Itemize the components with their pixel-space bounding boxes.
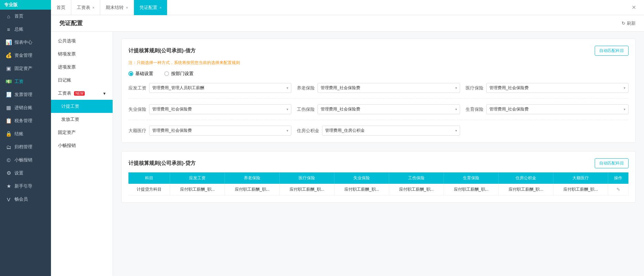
form-item-yanglao: 养老保险 管理费用_社会保险费 ▾ [297,83,460,93]
nav-label-sales-invoice: 销项发票 [58,51,76,57]
form-item-gongshang: 工伤保险 管理费用_社会保险费 ▾ [297,104,460,114]
debit-auto-match-button[interactable]: 自动匹配科目 [595,46,629,56]
nav-label-calc-salary: 计提工资 [61,104,79,109]
sidebar-label-xiaochang: 小畅报销 [14,157,32,163]
daeyiliao-val: 应付职工薪酬_职... [563,187,598,192]
sidebar-item-invoice[interactable]: 🧾 发票管理 [0,88,51,101]
nav-item-calc-salary[interactable]: 计提工资 [51,100,113,113]
credit-section: 计提核算规则(公司承担)-贷方 自动匹配科目 科目 应发工资 养老保险 医疗保险… [121,151,636,203]
gongshang-val: 应付职工薪酬_职... [399,187,434,192]
settings-icon: ⚙ [6,170,12,176]
sidebar-item-settings[interactable]: ⚙ 设置 [0,167,51,180]
cell-shengyu: 应付职工薪酬_职... [444,184,499,195]
sidebar-item-archive[interactable]: 🗂 归档管理 [0,140,51,153]
tab-period-close[interactable]: 期末结转 × [100,0,134,15]
label-yanglao: 养老保险 [297,85,315,91]
tax-icon: 📋 [6,118,12,124]
yiliao-val: 应付职工薪酬_职... [290,187,324,192]
sidebar-label-salary: 工资 [14,78,23,85]
left-nav: 公共选项 销项发票 进项发票 日记账 工资表 NEW ▾ 计提工资 [51,32,113,276]
tab-home[interactable]: 首页 [51,0,71,15]
sidebar-item-member[interactable]: V 畅会员 [0,193,51,206]
nav-label-fixed-assets: 固定资产 [58,129,76,136]
sidebar-item-ledger[interactable]: ≡ 总账 [0,23,51,36]
select-yingfa[interactable]: 管理费用_管理人员职工薪酬 ▾ [149,83,291,93]
nav-item-xiaochangbx[interactable]: 小畅报销 [51,139,113,152]
sidebar-item-reports[interactable]: 📊 报表中心 [0,36,51,49]
tab-salary-table-label: 工资表 [77,4,90,11]
cell-subject: 计提贷方科目 [128,184,170,195]
sidebar-label-ledger: 总账 [14,26,23,32]
select-gongjijin[interactable]: 管理费用_住房公积金 ▾ [322,126,460,136]
select-gongshang-text: 管理费用_社会保险费 [321,106,360,112]
window-close-button[interactable]: ✕ [629,3,638,12]
select-yanglao[interactable]: 管理费用_社会保险费 ▾ [318,83,460,93]
tab-salary-table-close[interactable]: × [92,6,94,10]
nav-item-fixed-assets[interactable]: 固定资产 [51,126,113,139]
col-action: 操作 [608,172,629,184]
form-item-gongjijin: 住房公积金 管理费用_住房公积金 ▾ [297,126,460,136]
reports-icon: 📊 [6,39,12,45]
radio-basic[interactable]: 基础设置 [128,71,153,77]
main-panel: 计提核算规则(公司承担)-借方 自动匹配科目 注：只能选择一种方式，系统将按照您… [113,32,644,276]
credit-table: 科目 应发工资 养老保险 医疗保险 失业保险 工伤保险 生育保险 住房公积金 大… [128,172,629,195]
col-subject: 科目 [128,172,170,184]
tab-salary-table[interactable]: 工资表 × [71,0,100,15]
col-gongjijin: 住房公积金 [499,172,553,184]
assets-icon: ▣ [6,65,12,72]
select-yiliao[interactable]: 管理费用_社会保险费 ▾ [486,83,629,93]
select-yanglao-text: 管理费用_社会保险费 [321,85,360,91]
cell-action[interactable]: ✎ [608,184,629,195]
nav-item-salary-table[interactable]: 工资表 NEW ▾ [51,87,113,100]
divider1 [128,98,629,99]
sidebar-label-settings: 设置 [14,170,23,176]
tab-home-label: 首页 [56,4,65,11]
tab-voucher-config-close[interactable]: × [159,6,162,10]
sidebar-item-salary[interactable]: 💵 工资 [0,75,51,88]
select-gongshang-arrow: ▾ [455,107,457,111]
nav-item-pay-salary[interactable]: 发放工资 [51,113,113,126]
tab-period-close-close[interactable]: × [126,6,128,10]
nav-label-purchase-invoice: 进项发票 [58,64,76,70]
yanglao-val: 应付职工薪酬_职... [235,187,270,192]
credit-section-title: 计提核算规则(公司承担)-贷方 [128,160,196,167]
topbar-right: ✕ [629,3,644,12]
refresh-button[interactable]: ↻ 刷新 [622,20,636,26]
form-item-yingfa: 应发工资 管理费用_管理人员职工薪酬 ▾ [128,83,291,93]
sidebar-item-guide[interactable]: ★ 新手引导 [0,180,51,193]
radio-dept-label: 按部门设置 [171,71,194,77]
nav-label-salary-table: 工资表 [58,90,71,96]
select-shengyu[interactable]: 管理费用_社会保险费 ▾ [486,104,629,114]
sidebar-item-xiaochang[interactable]: © 小畅报销 [0,153,51,167]
sidebar-item-close[interactable]: 🔒 结账 [0,127,51,140]
select-shengyu-text: 管理费用_社会保险费 [489,106,529,112]
debit-radio-group: 基础设置 按部门设置 [128,71,629,77]
nav-item-sales-invoice[interactable]: 销项发票 [51,47,113,61]
sidebar-item-tax[interactable]: 📋 税务管理 [0,114,51,127]
member-icon: V [6,197,12,202]
select-shiye[interactable]: 管理费用_社会保险费 ▾ [149,104,291,114]
invoice-icon: 🧾 [6,92,12,98]
tab-voucher-config[interactable]: 凭证配置 × [134,0,167,15]
edit-icon[interactable]: ✎ [616,187,620,192]
expand-icon: ▾ [103,91,106,96]
sidebar-item-stock[interactable]: ▦ 进销台账 [0,101,51,114]
radio-dept-circle [164,71,169,76]
page-title: 凭证配置 [59,19,83,27]
cell-daeyiliao: 应付职工薪酬_职... [553,184,608,195]
select-daeyiliao[interactable]: 管理费用_社会保险费 ▾ [149,126,291,136]
funds-icon: 💰 [6,52,12,59]
form-item-shiye: 失业保险 管理费用_社会保险费 ▾ [128,104,291,114]
nav-item-public[interactable]: 公共选项 [51,34,113,47]
credit-auto-match-button[interactable]: 自动匹配科目 [595,158,629,168]
select-gongshang[interactable]: 管理费用_社会保险费 ▾ [318,104,460,114]
yingfa-val: 应付职工薪酬_职... [180,187,215,192]
sidebar-item-home[interactable]: ⌂ 首页 [0,10,51,23]
select-yiliao-arrow: ▾ [624,86,625,90]
select-shiye-arrow: ▾ [287,107,288,111]
nav-item-journal[interactable]: 日记账 [51,74,113,87]
sidebar-item-assets[interactable]: ▣ 固定资产 [0,62,51,75]
sidebar-item-funds[interactable]: 💰 资金管理 [0,49,51,62]
radio-dept[interactable]: 按部门设置 [164,71,194,77]
nav-item-purchase-invoice[interactable]: 进项发票 [51,61,113,74]
